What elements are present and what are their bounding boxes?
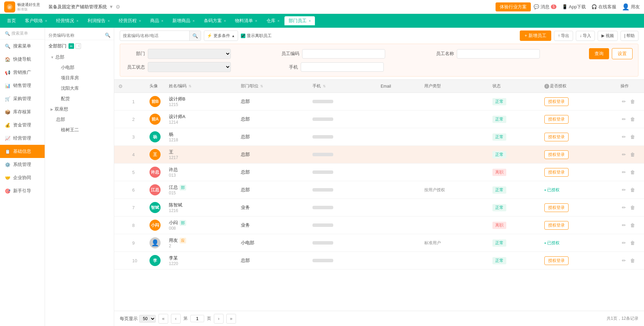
settings-col-icon[interactable]: ⚙ (118, 83, 123, 89)
sidebar-item-新手引导[interactable]: 🎯新手引导 (0, 184, 45, 197)
edit-button[interactable]: ✏ (620, 116, 627, 123)
auth-button[interactable]: 授权登录 (544, 168, 569, 177)
edit-button[interactable]: ✏ (620, 98, 627, 105)
delete-button[interactable]: 🗑 (629, 204, 636, 211)
dropdown-arrow-icon[interactable]: ▼ (109, 4, 114, 9)
tree-collapse-btn[interactable]: 《 (75, 43, 81, 49)
delete-button[interactable]: 🗑 (629, 98, 636, 105)
user-menu[interactable]: 👤 用友 (622, 3, 640, 11)
sidebar-item-快捷导航[interactable]: 🏠快捷导航 (0, 53, 45, 66)
col-phone[interactable]: 手机 ⇅ (308, 80, 377, 93)
tree-node-配货[interactable]: 配货 (45, 94, 114, 104)
tree-node-植树王二[interactable]: 植树王二 (45, 125, 114, 135)
tab-close-icon[interactable]: × (309, 19, 311, 23)
nav-tab-物料清单[interactable]: 物料清单× (231, 16, 261, 25)
sidebar-search[interactable]: 🔍 搜索菜单 (0, 28, 45, 39)
status-select[interactable] (148, 62, 231, 72)
search-input[interactable] (120, 33, 189, 38)
trial-button[interactable]: 体验行业方案 (496, 2, 531, 11)
tree-node-沈阳大库[interactable]: 沈阳大库 (45, 83, 114, 94)
delete-button[interactable]: 🗑 (629, 169, 636, 176)
delete-button[interactable]: 🗑 (629, 151, 636, 158)
edit-button[interactable]: ✏ (620, 186, 627, 193)
edit-button[interactable]: ✏ (620, 222, 627, 229)
delete-button[interactable]: 🗑 (629, 186, 636, 193)
tree-node-项目库房[interactable]: 项目库房 (45, 73, 114, 83)
sidebar-item-经营管理[interactable]: 📈经营管理 (0, 132, 45, 145)
sidebar-item-企业协同[interactable]: 🤝企业协同 (0, 171, 45, 184)
auth-button[interactable]: 授权登录 (544, 133, 569, 141)
delete-button[interactable]: 🗑 (629, 257, 636, 264)
nav-tab-商品[interactable]: 商品× (146, 16, 167, 25)
sidebar-item-营销推广[interactable]: 📢营销推广 (0, 66, 45, 79)
tab-close-icon[interactable]: × (139, 19, 141, 23)
nav-tab-利润报告[interactable]: 利润报告× (83, 16, 114, 25)
sidebar-item-采购管理[interactable]: 🛒采购管理 (0, 92, 45, 105)
col-dept[interactable]: 部门/职位 ⇅ (237, 80, 309, 93)
nav-tab-经营历程[interactable]: 经营历程× (115, 16, 145, 25)
dept-select[interactable] (148, 49, 231, 59)
delete-button[interactable]: 🗑 (629, 222, 636, 229)
add-employee-button[interactable]: + 新增员工 (520, 30, 551, 41)
online-service-button[interactable]: 🎧 在线客服 (591, 4, 616, 10)
prev-btn[interactable]: ‹ (171, 314, 181, 324)
sidebar-item-资金管理[interactable]: 💰资金管理 (0, 118, 45, 132)
auth-button[interactable]: 授权登录 (544, 150, 569, 159)
auth-button[interactable]: 授权登录 (544, 115, 569, 124)
show-resigned-checkbox-label[interactable]: 显示离职员工 (241, 33, 272, 39)
edit-button[interactable]: ✏ (620, 204, 627, 211)
tree-node-总部[interactable]: ▼总部 (45, 52, 114, 62)
edit-button[interactable]: ✏ (620, 151, 627, 158)
show-resigned-checkbox[interactable] (241, 34, 245, 38)
export-button[interactable]: ↑ 导出 (554, 31, 573, 41)
auth-button[interactable]: 授权登录 (544, 97, 569, 106)
nav-tab-仓库[interactable]: 仓库× (262, 16, 284, 25)
edit-button[interactable]: ✏ (620, 239, 627, 246)
more-filter-btn[interactable]: ⚡ 更多条件 ▲ (204, 30, 238, 41)
sidebar-item-销售管理[interactable]: 📊销售管理 (0, 79, 45, 92)
name-input[interactable] (457, 49, 540, 59)
edit-button[interactable]: ✏ (620, 133, 627, 140)
tab-close-icon[interactable]: × (45, 19, 47, 23)
sidebar-item-基础信息[interactable]: 📋基础信息 (0, 145, 45, 158)
next-last-btn[interactable]: » (226, 314, 236, 324)
tree-search-icon[interactable]: 🔍 (105, 33, 110, 38)
tab-close-icon[interactable]: × (108, 19, 110, 23)
tab-close-icon[interactable]: × (278, 19, 280, 23)
nav-tab-新增商品[interactable]: 新增商品× (168, 16, 199, 25)
tab-close-icon[interactable]: × (224, 19, 226, 23)
tree-edit-btn[interactable]: ✏ (69, 43, 74, 49)
page-input[interactable] (190, 315, 204, 322)
sidebar-item-系统管理[interactable]: ⚙️系统管理 (0, 158, 45, 171)
tab-close-icon[interactable]: × (192, 19, 194, 23)
nav-tab-部门员工[interactable]: 部门员工× (284, 16, 315, 25)
search-button[interactable]: 🔍 (189, 31, 201, 41)
edit-button[interactable]: ✏ (620, 169, 627, 176)
tab-close-icon[interactable]: × (161, 19, 163, 23)
delete-button[interactable]: 🗑 (629, 133, 636, 140)
col-name[interactable]: 姓名/编码 ⇅ (165, 80, 237, 93)
app-download-button[interactable]: 📱 App下载 (562, 4, 586, 10)
edit-button[interactable]: ✏ (620, 257, 627, 264)
tab-close-icon[interactable]: × (76, 19, 78, 23)
sidebar-item-搜索菜单[interactable]: 🔍搜索菜单 (0, 39, 45, 53)
tree-node-总部[interactable]: 总部 (45, 114, 114, 125)
tree-node-小电部[interactable]: 小电部 (45, 62, 114, 73)
auth-button[interactable]: 授权登录 (544, 256, 569, 265)
sidebar-item-库存核算[interactable]: 📦库存核算 (0, 105, 45, 118)
messages-button[interactable]: 💬 消息 5 (534, 4, 556, 10)
query-button[interactable]: 查询 (589, 48, 609, 59)
tab-close-icon[interactable]: × (255, 19, 257, 23)
next-btn[interactable]: › (214, 314, 224, 324)
phone-input[interactable] (301, 62, 384, 72)
tree-node-双座想[interactable]: ▶双座想 (45, 104, 114, 114)
per-page-select[interactable]: 50 (139, 315, 156, 323)
set-button[interactable]: 设置 (612, 48, 633, 59)
help-button[interactable]: | 帮助 (620, 31, 638, 41)
tree-search-input[interactable] (48, 33, 103, 38)
code-input[interactable] (302, 49, 385, 59)
delete-button[interactable]: 🗑 (629, 239, 636, 246)
auth-button[interactable]: 授权登录 (544, 221, 569, 230)
nav-tab-条码方案[interactable]: 条码方案× (200, 16, 230, 25)
settings-icon[interactable]: ⚙ (116, 4, 120, 10)
